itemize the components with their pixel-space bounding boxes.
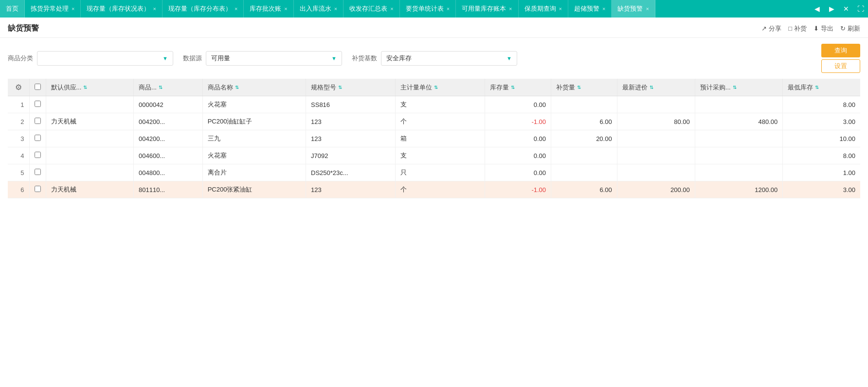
row-number: 2: [8, 113, 29, 130]
close-icon[interactable]: ×: [72, 6, 74, 12]
sort-icon: ⇅: [434, 85, 438, 90]
row-checkbox-cell[interactable]: [29, 96, 46, 113]
sort-icon: ⇅: [338, 85, 342, 90]
category-filter: 商品分类 ▼: [8, 51, 173, 66]
nav-tab-overstock[interactable]: 超储预警 ×: [568, 0, 612, 18]
row-checkbox[interactable]: [35, 135, 41, 141]
close-icon[interactable]: ×: [334, 6, 337, 12]
nav-tab-expiry[interactable]: 保质期查询 ×: [519, 0, 568, 18]
row-unit: 个: [395, 113, 485, 130]
row-supplier: 力天机械: [46, 181, 134, 198]
settings-button[interactable]: 设置: [821, 59, 860, 73]
export-button[interactable]: ⬇ 导出: [814, 24, 833, 33]
nav-tab-batch[interactable]: 库存批次账 ×: [244, 0, 293, 18]
row-restock-qty: 20.00: [551, 130, 617, 147]
table-row: 5 004800... 离合片 DS250*23c... 只 0.00 1.00: [8, 164, 860, 181]
table-container: ⚙ 默认供应... ⇅ 商品... ⇅: [0, 79, 868, 198]
refresh-button[interactable]: ↻ 刷新: [840, 24, 860, 33]
row-checkbox-cell[interactable]: [29, 147, 46, 164]
sort-icon: ⇅: [650, 85, 653, 90]
restock-icon: □: [788, 25, 792, 32]
row-checkbox[interactable]: [35, 186, 41, 192]
th-checkbox[interactable]: [29, 79, 46, 96]
row-checkbox[interactable]: [35, 101, 41, 107]
close-icon[interactable]: ×: [390, 6, 393, 12]
table-body: 1 0000042 火花塞 SS816 支 0.00 8.00 2 力天机械 0…: [8, 96, 860, 198]
category-label: 商品分类: [8, 54, 33, 63]
th-unit[interactable]: 主计量单位 ⇅: [395, 79, 485, 96]
th-product-code[interactable]: 商品... ⇅: [134, 79, 203, 96]
close-icon[interactable]: ×: [509, 6, 512, 12]
row-supplier: [46, 164, 134, 181]
nav-tab-stock1[interactable]: 现存量（库存状况表） ×: [81, 0, 162, 18]
category-select[interactable]: ▼: [37, 51, 173, 66]
close-icon[interactable]: ×: [153, 6, 156, 12]
close-icon[interactable]: ×: [284, 6, 287, 12]
datasource-select[interactable]: 可用量 ▼: [206, 51, 342, 66]
close-icon[interactable]: ×: [447, 6, 450, 12]
row-restock-qty: 6.00: [551, 113, 617, 130]
close-icon[interactable]: ×: [646, 6, 649, 12]
restock-button[interactable]: □ 补货: [788, 24, 807, 33]
th-restock-qty[interactable]: 补货量 ⇅: [551, 79, 617, 96]
nav-close-button[interactable]: ✕: [839, 0, 853, 18]
row-checkbox-cell[interactable]: [29, 130, 46, 147]
query-button[interactable]: 查询: [821, 44, 860, 57]
share-button[interactable]: ↗ 分享: [761, 24, 781, 33]
row-stock: 0.00: [485, 164, 551, 181]
datasource-value: 可用量: [211, 54, 230, 63]
nav-prev-button[interactable]: ◀: [810, 0, 824, 18]
th-stock[interactable]: 库存量 ⇅: [485, 79, 551, 96]
row-checkbox-cell[interactable]: [29, 113, 46, 130]
data-table: ⚙ 默认供应... ⇅ 商品... ⇅: [8, 79, 860, 198]
th-min-stock[interactable]: 最低库存 ⇅: [783, 79, 860, 96]
th-latest-price[interactable]: 最新进价 ⇅: [617, 79, 695, 96]
nav-tab-available[interactable]: 可用量库存账本 ×: [456, 0, 518, 18]
select-all-checkbox[interactable]: [35, 84, 41, 90]
th-supplier[interactable]: 默认供应... ⇅: [46, 79, 134, 96]
restock-base-select[interactable]: 安全库存 ▼: [381, 51, 517, 66]
row-est-purchase: [695, 147, 783, 164]
nav-tab-order[interactable]: 要货单统计表 ×: [400, 0, 456, 18]
row-unit: 支: [395, 147, 485, 164]
th-settings[interactable]: ⚙: [8, 79, 29, 96]
share-icon: ↗: [761, 25, 767, 32]
row-supplier: [46, 147, 134, 164]
row-product-code: 004600...: [134, 147, 203, 164]
filter-actions: 查询 设置: [821, 44, 860, 73]
row-checkbox-cell[interactable]: [29, 164, 46, 181]
row-product-code: 0000042: [134, 96, 203, 113]
nav-tab-picking[interactable]: 拣货异常处理 ×: [25, 0, 81, 18]
nav-tab-summary[interactable]: 收发存汇总表 ×: [344, 0, 399, 18]
sort-icon: ⇅: [235, 85, 239, 90]
nav-fullscreen-button[interactable]: ⛶: [853, 0, 868, 18]
row-checkbox-cell[interactable]: [29, 181, 46, 198]
row-stock: 0.00: [485, 96, 551, 113]
row-latest-price: 200.00: [617, 181, 695, 198]
row-checkbox[interactable]: [35, 152, 41, 158]
chevron-down-icon: ▼: [506, 55, 512, 61]
close-icon[interactable]: ×: [559, 6, 562, 12]
row-spec: 123: [306, 181, 396, 198]
close-icon[interactable]: ×: [602, 6, 605, 12]
row-product-name: 火花塞: [202, 147, 306, 164]
nav-tab-home[interactable]: 首页: [0, 0, 25, 18]
chevron-down-icon: ▼: [163, 55, 168, 61]
nav-tab-stock2[interactable]: 现存量（库存分布表） ×: [163, 0, 244, 18]
row-checkbox[interactable]: [35, 169, 41, 175]
chevron-down-icon: ▼: [331, 55, 337, 61]
row-product-name: 离合片: [202, 164, 306, 181]
th-spec[interactable]: 规格型号 ⇅: [306, 79, 396, 96]
close-icon[interactable]: ×: [235, 6, 237, 12]
row-checkbox[interactable]: [35, 118, 41, 124]
row-latest-price: [617, 147, 695, 164]
th-product-name[interactable]: 商品名称 ⇅: [202, 79, 306, 96]
row-unit: 只: [395, 164, 485, 181]
row-number: 4: [8, 147, 29, 164]
row-stock: -1.00: [485, 181, 551, 198]
nav-tab-shortage[interactable]: 缺货预警 ×: [612, 0, 655, 18]
nav-tab-flow[interactable]: 出入库流水 ×: [294, 0, 344, 18]
th-est-purchase[interactable]: 预计采购... ⇅: [695, 79, 783, 96]
nav-next-button[interactable]: ▶: [824, 0, 839, 18]
gear-icon[interactable]: ⚙: [15, 83, 22, 91]
